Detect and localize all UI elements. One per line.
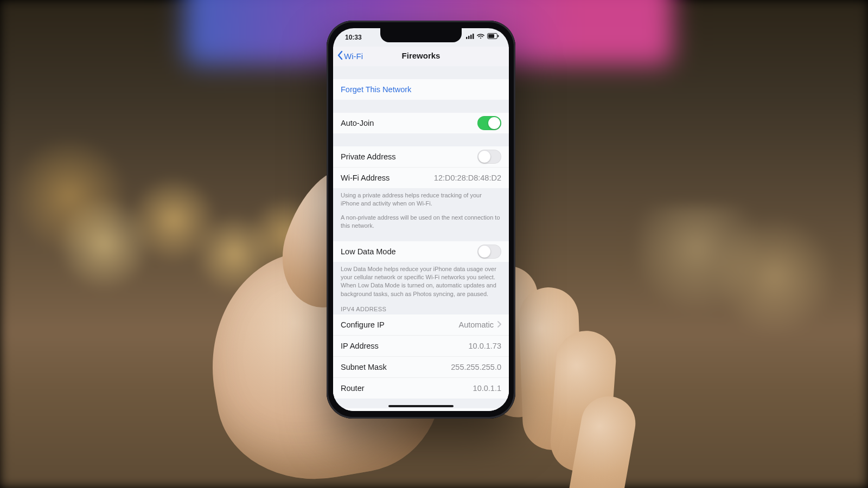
subnet-mask-cell: Subnet Mask 255.255.255.0: [333, 356, 509, 377]
svg-rect-2: [470, 35, 472, 39]
router-cell: Router 10.0.1.1: [333, 377, 509, 399]
home-indicator[interactable]: [388, 405, 454, 407]
low-data-mode-footer: Low Data Mode helps reduce your iPhone d…: [333, 262, 509, 300]
cellular-signal-icon: [466, 33, 474, 41]
auto-join-label: Auto-Join: [341, 119, 374, 127]
private-address-footer-2: A non-private address will be used on th…: [333, 209, 509, 232]
renew-lease-button[interactable]: Renew Lease: [333, 408, 509, 411]
wifi-address-cell: Wi-Fi Address 12:D0:28:D8:48:D2: [333, 167, 509, 188]
chevron-right-icon: [497, 320, 501, 329]
configure-ip-label: Configure IP: [341, 320, 385, 329]
ip-address-value: 10.0.1.73: [469, 342, 501, 350]
router-label: Router: [341, 384, 365, 393]
ip-address-cell: IP Address 10.0.1.73: [333, 335, 509, 356]
battery-icon: [487, 33, 499, 41]
wifi-address-label: Wi-Fi Address: [341, 174, 390, 182]
forget-network-button[interactable]: Forget This Network: [333, 79, 509, 100]
auto-join-cell: Auto-Join: [333, 113, 509, 133]
subnet-mask-label: Subnet Mask: [341, 363, 387, 371]
low-data-mode-toggle[interactable]: [477, 245, 501, 259]
auto-join-toggle[interactable]: [477, 116, 501, 130]
page-title: Fireworks: [333, 51, 509, 60]
low-data-mode-label: Low Data Mode: [341, 247, 396, 256]
svg-rect-6: [498, 35, 499, 37]
configure-ip-cell[interactable]: Configure IP Automatic: [333, 314, 509, 335]
nav-bar: Wi-Fi Fireworks: [333, 47, 509, 67]
private-address-cell: Private Address: [333, 146, 509, 167]
phone-frame: 10:33: [327, 21, 515, 419]
svg-rect-5: [488, 34, 494, 38]
phone-screen: 10:33: [333, 28, 509, 411]
ip-address-label: IP Address: [341, 342, 379, 350]
wifi-address-value: 12:D0:28:D8:48:D2: [434, 174, 501, 182]
subnet-mask-value: 255.255.255.0: [451, 363, 501, 371]
low-data-mode-cell: Low Data Mode: [333, 241, 509, 262]
ipv4-section-header: IPV4 ADDRESS: [333, 299, 509, 314]
configure-ip-value: Automatic: [459, 320, 494, 329]
private-address-label: Private Address: [341, 152, 396, 161]
router-value: 10.0.1.1: [473, 384, 501, 393]
svg-rect-0: [466, 37, 468, 39]
svg-rect-1: [468, 36, 470, 39]
phone-notch: [380, 28, 462, 42]
forget-network-label: Forget This Network: [341, 85, 411, 94]
settings-content[interactable]: Forget This Network Auto-Join Private Ad…: [333, 66, 509, 411]
wifi-icon: [477, 33, 484, 41]
private-address-toggle[interactable]: [477, 150, 501, 164]
status-time: 10:33: [345, 34, 362, 41]
svg-rect-3: [473, 34, 474, 39]
private-address-footer-1: Using a private address helps reduce tra…: [333, 188, 509, 209]
